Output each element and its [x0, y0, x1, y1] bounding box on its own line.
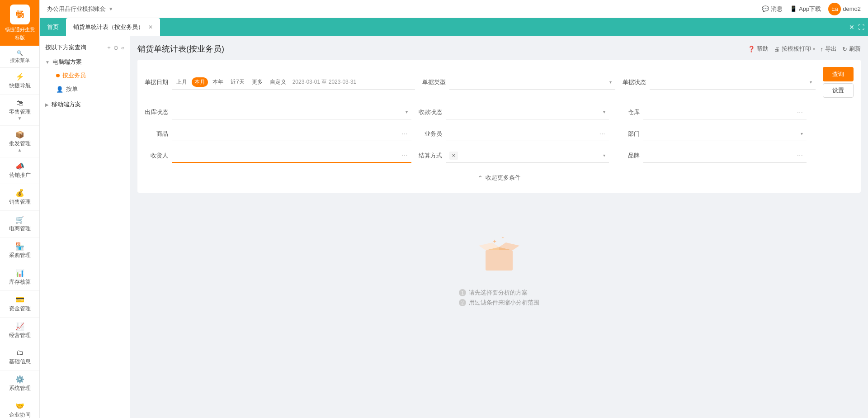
docstatus-select[interactable]: ▾ — [650, 75, 816, 90]
topbar: 办公用品行业模拟账套 ▾ 💬 消息 📱 App下载 Ea demo2 — [40, 0, 868, 18]
sidebar-search[interactable]: 🔍 搜索菜单 — [0, 46, 39, 68]
sidebar-item-purchase[interactable]: 🏪 采购管理 — [0, 238, 39, 264]
search-icon: 🔍 — [17, 50, 23, 56]
account-name: 办公用品行业模拟账套 — [47, 5, 106, 13]
staff-select[interactable]: ··· — [446, 127, 609, 141]
sidebar-item-ecommerce[interactable]: 🛒 电商管理 — [0, 211, 39, 238]
date-tab-thisyear[interactable]: 本年 — [210, 77, 226, 87]
date-input-group[interactable]: 上月 本月 本年 近7天 更多 自定义 2023-03-01 至 2023-03… — [172, 75, 415, 90]
tree-item-by-staff[interactable]: 按业务员 — [40, 69, 130, 82]
settings-button[interactable]: 设置 — [823, 83, 854, 98]
date-tab-7days[interactable]: 近7天 — [228, 77, 247, 87]
action-buttons: 查询 设置 — [823, 67, 854, 98]
date-tab-custom[interactable]: 自定义 — [267, 77, 289, 87]
sidebar: 畅 畅捷通好生意 标版 🔍 搜索菜单 ⚡ 快捷导航 🛍 零售管理 ▼ 📦 批发管… — [0, 0, 40, 418]
query-button[interactable]: 查询 — [823, 67, 854, 81]
sidebar-item-quicknav[interactable]: ⚡ 快捷导航 — [0, 68, 39, 95]
export-btn[interactable]: ↑ 导出 — [821, 45, 837, 53]
retail-arrow: ▼ — [18, 116, 22, 121]
user-menu[interactable]: Ea demo2 — [828, 3, 861, 15]
payment-select[interactable]: × ▾ — [446, 148, 609, 163]
sidebar-item-basic[interactable]: 🗂 基础信息 — [0, 344, 39, 370]
empty-state: ✦ ✦ 1 请先选择要分析的方案 2 用过滤条件来缩小分析范围 — [137, 198, 861, 336]
filter-dept-group: 部门 ▾ — [616, 127, 807, 141]
sidebar-item-corp[interactable]: 🤝 企业协同 — [0, 397, 39, 418]
add-scheme-icon[interactable]: + — [107, 44, 111, 51]
filter-row-3: 商品 ··· 业务员 ··· 部门 — [145, 127, 854, 141]
system-label: 系统管理 — [9, 385, 31, 392]
search-label: 搜索菜单 — [10, 57, 30, 64]
tab-home-label: 首页 — [47, 23, 59, 31]
collapse-filters-btn[interactable]: ⌃ 收起更多条件 — [145, 170, 854, 185]
filter-doctype-group: 单据类型 ▾ — [422, 75, 615, 90]
maximize-icon[interactable]: ⛶ — [858, 24, 864, 31]
receiver-input[interactable]: ··· — [172, 148, 411, 163]
avatar: Ea — [828, 3, 841, 15]
filter-date-group: 单据日期 上月 本月 本年 近7天 更多 自定义 2023-03-01 至 20… — [145, 75, 415, 90]
tree-item-by-order[interactable]: 👤 按单 — [40, 82, 130, 96]
quicknav-icon: ⚡ — [15, 72, 24, 81]
tree-item-desktop[interactable]: ▼ 电脑端方案 — [40, 55, 130, 69]
username: demo2 — [843, 5, 861, 12]
sidebar-item-sales[interactable]: 💰 销售管理 — [0, 184, 39, 211]
brand-select[interactable]: ··· — [643, 148, 807, 163]
empty-hint-1: 1 请先选择要分析的方案 — [459, 289, 539, 297]
sidebar-item-wholesale[interactable]: 📦 批发管理 ▲ — [0, 126, 39, 157]
tab-close-icon[interactable]: ✕ — [148, 24, 153, 30]
logo-icon: 畅 — [10, 5, 30, 24]
close-window-icon[interactable]: ✕ — [849, 24, 854, 31]
person-icon: 👤 — [56, 86, 63, 93]
outstatus-select[interactable]: ▾ — [172, 105, 411, 119]
paystatus-select[interactable]: ▾ — [446, 105, 609, 119]
collapse-panel-icon[interactable]: « — [121, 44, 124, 51]
inventory-icon: 📊 — [15, 269, 24, 277]
paystatus-label: 收款状态 — [419, 108, 446, 116]
tab-sales-stat-label: 销货单统计表（按业务员） — [73, 23, 144, 31]
outstatus-label: 出库状态 — [145, 108, 172, 116]
tab-sales-stat[interactable]: 销货单统计表（按业务员） ✕ — [66, 18, 160, 36]
sidebar-item-system[interactable]: ⚙️ 系统管理 — [0, 370, 39, 397]
date-range: 2023-03-01 至 2023-03-31 — [292, 78, 356, 86]
export-icon: ↑ — [821, 46, 824, 52]
tree-item-mobile[interactable]: ▶ 移动端方案 — [40, 98, 130, 111]
tab-maximize-area: ✕ ⛶ — [849, 24, 864, 31]
left-panel-title: 按以下方案查询 — [45, 43, 86, 52]
date-tab-more[interactable]: 更多 — [249, 77, 265, 87]
sidebar-item-operation[interactable]: 📈 经营管理 — [0, 318, 39, 344]
edit-scheme-icon[interactable]: ⊙ — [113, 44, 118, 51]
sidebar-item-marketing[interactable]: 📣 营销推广 — [0, 157, 39, 184]
goods-select[interactable]: ··· — [172, 127, 411, 141]
payment-tag-close-icon[interactable]: × — [452, 152, 455, 159]
message-btn[interactable]: 💬 消息 — [762, 5, 783, 13]
dropdown-arrow-icon[interactable]: ▾ — [109, 5, 113, 12]
app-download-btn[interactable]: 📱 App下载 — [790, 5, 821, 13]
dept-label: 部门 — [616, 130, 643, 138]
print-btn[interactable]: 🖨 按模板打印 ▾ — [774, 45, 815, 53]
topbar-left: 办公用品行业模拟账套 ▾ — [47, 5, 113, 13]
date-tab-lastmonth[interactable]: 上月 — [174, 77, 190, 87]
tree-expand-icon: ▼ — [45, 60, 50, 65]
filter-brand-group: 品牌 ··· — [616, 148, 807, 163]
sidebar-item-inventory[interactable]: 📊 库存核算 — [0, 264, 39, 291]
help-btn[interactable]: ❓ 帮助 — [748, 45, 769, 53]
refresh-btn[interactable]: ↻ 刷新 — [842, 45, 861, 53]
doctype-select[interactable]: ▾ — [449, 75, 615, 90]
avatar-text: Ea — [831, 6, 838, 12]
basic-label: 基础信息 — [9, 358, 31, 366]
ecommerce-icon: 🛒 — [15, 215, 24, 224]
refresh-icon: ↻ — [842, 46, 847, 52]
payment-label: 结算方式 — [419, 152, 446, 160]
filter-row-1: 单据日期 上月 本月 本年 近7天 更多 自定义 2023-03-01 至 20… — [145, 67, 854, 98]
warehouse-select[interactable]: ··· — [643, 105, 807, 119]
main-area: 办公用品行业模拟账套 ▾ 💬 消息 📱 App下载 Ea demo2 首页 — [40, 0, 868, 418]
dept-select[interactable]: ▾ — [643, 127, 807, 141]
sidebar-item-finance[interactable]: 💳 资金管理 — [0, 291, 39, 318]
paystatus-arrow-icon: ▾ — [603, 109, 605, 114]
sidebar-item-retail[interactable]: 🛍 零售管理 ▼ — [0, 95, 39, 126]
tree-mobile-expand-icon: ▶ — [45, 102, 49, 107]
help-label: 帮助 — [757, 45, 769, 53]
payment-tag: × — [449, 152, 458, 160]
date-tab-thismonth[interactable]: 本月 — [192, 77, 208, 87]
tree-item-by-staff-label: 按业务员 — [62, 71, 86, 80]
tab-home[interactable]: 首页 — [40, 18, 66, 36]
